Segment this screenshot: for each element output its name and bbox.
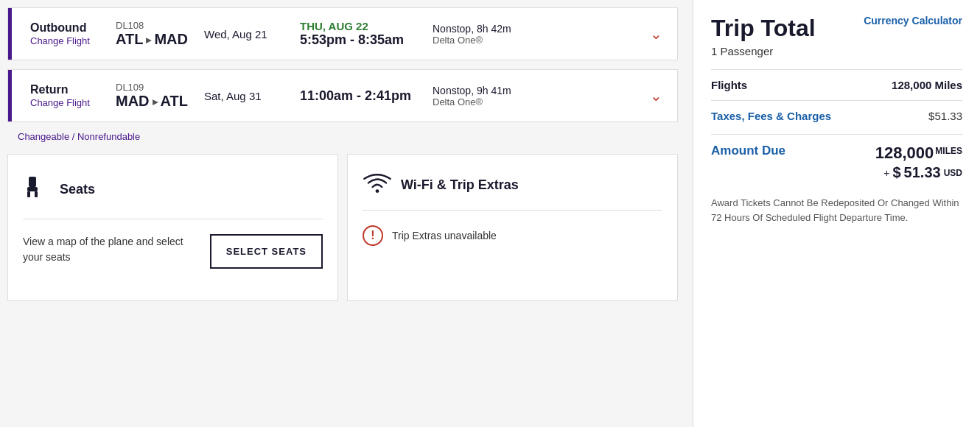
seat-icon [23,172,51,207]
outbound-flight-info: DL108 ATL ▸ MAD [116,20,197,48]
seats-divider [23,219,323,219]
usd-unit: USD [944,168,962,178]
return-date: Sat, Aug 31 [197,90,293,102]
flights-label: Flights [711,79,747,91]
wifi-divider [363,210,662,211]
alert-icon: ! [363,225,383,246]
outbound-date: Wed, Aug 21 [197,28,293,40]
svg-rect-2 [27,191,30,197]
outbound-time-highlight: THU, AUG 22 [300,20,418,32]
seats-card: Seats View a map of the plane and select… [7,154,338,301]
return-time-range: 11:00am - 2:41pm [300,88,418,104]
currency-calculator-link[interactable]: Currency Calculator [864,15,962,27]
taxes-row: Taxes, Fees & Charges $51.33 [711,100,962,131]
amount-due-section: Amount Due 128,000MILES + $51.33USD [711,134,962,181]
taxes-value: $51.33 [928,110,962,122]
amount-due-row: Amount Due 128,000MILES + $51.33USD [711,144,962,181]
usd-amount: 51.33 [904,164,941,181]
taxes-label: Taxes, Fees & Charges [711,110,831,122]
return-label-block: Return Change Flight [20,83,116,108]
seats-text: View a map of the plane and select your … [23,234,195,265]
return-flight-card: Return Change Flight DL109 MAD ▸ ATL Sat… [7,69,678,122]
svg-point-4 [376,189,379,193]
return-change-flight-link[interactable]: Change Flight [30,97,90,108]
return-flight-info: DL109 MAD ▸ ATL [116,82,197,110]
flights-row: Flights 128,000 Miles [711,69,962,100]
miles-unit: MILES [935,146,962,156]
outbound-route: ATL ▸ MAD [116,31,197,48]
outbound-cabin: Delta One® [433,35,640,46]
outbound-time-block: THU, AUG 22 5:53pm - 8:35am [293,20,425,48]
return-nonstop: Nonstop, 9h 41m [433,85,640,96]
outbound-flight-number: DL108 [116,20,197,31]
changeable-note: Changeable / Nonrefundable [18,131,678,142]
amount-due-value: 128,000MILES + $51.33USD [875,144,962,181]
passenger-count: 1 Passenger [711,45,962,57]
amount-due-label: Amount Due [711,144,785,158]
return-flight-number: DL109 [116,82,197,93]
outbound-label: Outbound [30,21,116,35]
return-details-block: Nonstop, 9h 41m Delta One® [425,85,647,107]
svg-rect-3 [35,191,38,197]
wifi-body: ! Trip Extras unavailable [363,225,662,246]
wifi-card-title: Wi-Fi & Trip Extras [401,177,519,193]
wifi-icon [363,172,392,198]
svg-rect-0 [29,177,36,187]
return-time-block: 11:00am - 2:41pm [293,88,425,104]
return-arrow-icon: ▸ [153,96,158,107]
outbound-chevron-button[interactable]: ⌄ [647,25,665,43]
outbound-details-block: Nonstop, 8h 42m Delta One® [425,23,647,46]
svg-rect-1 [27,187,38,191]
return-route-from: MAD [116,93,150,110]
usd-row: + $51.33USD [875,164,962,181]
outbound-time-range: 5:53pm - 8:35am [300,32,418,48]
outbound-arrow-icon: ▸ [146,34,151,46]
return-route-to: ATL [161,93,188,110]
right-panel: Trip Total Currency Calculator 1 Passeng… [693,0,980,427]
return-accent-bar [8,70,12,121]
select-seats-button[interactable]: SELECT SEATS [210,234,323,269]
return-label: Return [30,83,116,96]
seats-card-title: Seats [60,182,95,197]
outbound-label-block: Outbound Change Flight [20,21,116,46]
bottom-cards: Seats View a map of the plane and select… [7,154,678,301]
seats-body: View a map of the plane and select your … [23,234,323,269]
outbound-accent-bar [8,8,12,60]
outbound-route-to: MAD [154,31,188,48]
return-route: MAD ▸ ATL [116,93,197,110]
miles-amount: 128,000 [875,144,934,162]
trip-total-title: Trip Total [711,15,816,42]
trip-total-header: Trip Total Currency Calculator [711,15,962,42]
seats-card-header: Seats [23,172,323,207]
wifi-card: Wi-Fi & Trip Extras ! Trip Extras unavai… [347,154,678,301]
flights-value: 128,000 Miles [892,79,962,91]
return-chevron-button[interactable]: ⌄ [647,87,665,105]
outbound-flight-card: Outbound Change Flight DL108 ATL ▸ MAD W… [7,7,678,60]
usd-symbol: $ [892,164,900,181]
plus-sign: + [883,167,889,179]
outbound-change-flight-link[interactable]: Change Flight [30,35,90,46]
outbound-route-from: ATL [116,31,143,48]
trip-extras-unavailable: Trip Extras unavailable [392,230,497,241]
return-cabin: Delta One® [433,96,640,107]
award-notice: Award Tickets Cannot Be Redeposited Or C… [711,196,962,225]
outbound-nonstop: Nonstop, 8h 42m [433,23,640,35]
wifi-card-header: Wi-Fi & Trip Extras [363,172,662,198]
